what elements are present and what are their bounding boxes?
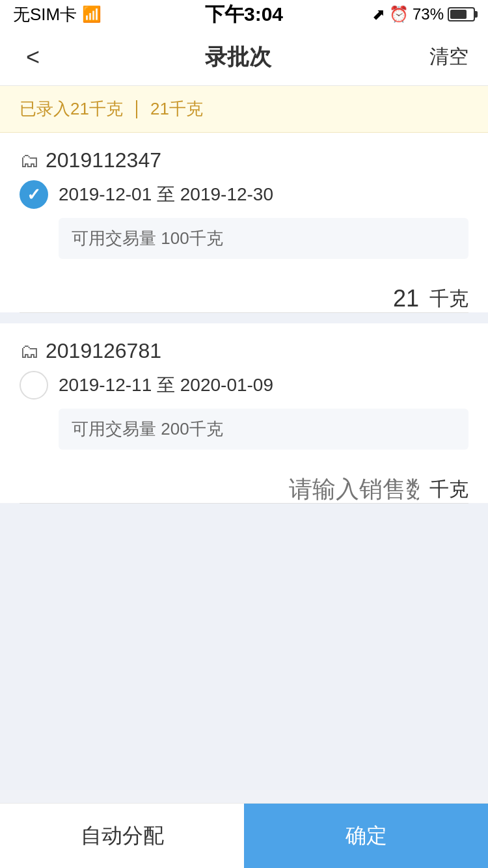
amount-input-1[interactable]	[289, 285, 419, 312]
back-button[interactable]: <	[20, 37, 46, 77]
bottom-gray-area	[0, 504, 488, 790]
battery-icon	[448, 7, 475, 21]
amount-row-2: 千克	[0, 465, 488, 503]
amount-unit-1: 千克	[429, 286, 468, 312]
summary-divider	[136, 100, 137, 118]
section-sep	[0, 313, 488, 323]
radio-btn-1[interactable]	[20, 180, 48, 209]
summary-label: 已录入21千克	[20, 98, 123, 120]
alarm-icon: ⏰	[389, 5, 409, 23]
status-bar: 无SIM卡 📶 下午3:04 ⬈ ⏰ 73%	[0, 0, 488, 29]
batch-header-1: 🗂 2019112347	[20, 148, 468, 172]
batch-date-2: 2019-12-11 至 2020-01-09	[59, 373, 273, 398]
batch-id-icon-1: 🗂	[20, 150, 39, 172]
batch-item-2: 🗂 2019126781 2019-12-11 至 2020-01-09 可用交…	[0, 323, 488, 465]
batch-date-row-2: 2019-12-11 至 2020-01-09	[20, 371, 468, 400]
batch-date-1: 2019-12-01 至 2019-12-30	[59, 182, 273, 207]
batch-id-icon-2: 🗂	[20, 340, 39, 362]
confirm-button[interactable]: 确定	[244, 804, 488, 868]
amount-unit-2: 千克	[429, 476, 468, 503]
battery-percent: 73%	[413, 5, 444, 23]
batch-date-row-1: 2019-12-01 至 2019-12-30	[20, 180, 468, 209]
amount-input-2[interactable]	[289, 476, 419, 503]
summary-value: 21千克	[150, 98, 203, 120]
wifi-icon: 📶	[82, 5, 102, 23]
batch-id-1: 2019112347	[46, 148, 161, 172]
avail-box-2: 可用交易量 200千克	[59, 409, 468, 450]
time-label: 下午3:04	[205, 1, 283, 28]
amount-row-1: 千克	[0, 275, 488, 312]
batch-id-2: 2019126781	[46, 339, 161, 363]
carrier-label: 无SIM卡	[13, 3, 77, 26]
location-icon: ⬈	[372, 5, 385, 23]
nav-bar: < 录批次 清空	[0, 29, 488, 86]
auto-distribute-button[interactable]: 自动分配	[0, 804, 244, 868]
clear-button[interactable]: 清空	[429, 44, 468, 70]
batch-item-1: 🗂 2019112347 2019-12-01 至 2019-12-30 可用交…	[0, 133, 488, 275]
avail-box-1: 可用交易量 100千克	[59, 218, 468, 259]
batch-header-2: 🗂 2019126781	[20, 339, 468, 363]
summary-bar: 已录入21千克 21千克	[0, 86, 488, 133]
page-title: 录批次	[205, 42, 271, 72]
bottom-bar: 自动分配 确定	[0, 803, 488, 868]
radio-btn-2[interactable]	[20, 371, 48, 400]
